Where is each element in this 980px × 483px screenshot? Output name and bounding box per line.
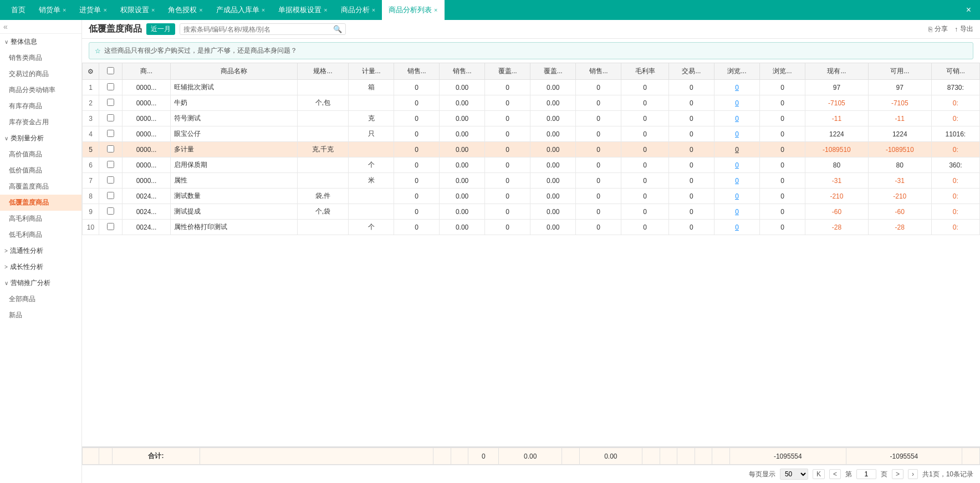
cell-view1[interactable]: 0 [714, 95, 759, 111]
sidebar-item-low-margin[interactable]: 低毛利商品 [0, 227, 81, 243]
sidebar-item-low-value[interactable]: 低价值商品 [0, 162, 81, 179]
cell-checkbox[interactable] [99, 173, 122, 189]
cell-view1[interactable]: 0 [714, 173, 759, 189]
first-page-button[interactable]: K [813, 469, 825, 479]
nav-close-product-analysis[interactable]: × [372, 7, 375, 13]
th-view2[interactable]: 浏览... [759, 63, 805, 80]
sidebar-item-inventory-capital[interactable]: 库存资金占用 [0, 114, 81, 130]
th-sellable[interactable]: 可销... [931, 63, 979, 80]
page-number-input[interactable] [856, 469, 876, 479]
row-checkbox[interactable] [107, 130, 114, 137]
row-checkbox[interactable] [107, 223, 114, 230]
nav-item-finished-goods[interactable]: 产成品入库单 × [210, 0, 272, 20]
th-gross-margin[interactable]: 毛利率 [621, 63, 669, 80]
nav-item-purchase[interactable]: 进货单 × [73, 0, 113, 20]
sidebar-item-low-coverage[interactable]: 低覆盖度商品 [0, 195, 81, 211]
th-settings[interactable]: ⚙ [83, 63, 99, 80]
page-size-select[interactable]: 50 20 100 [780, 469, 808, 480]
sidebar-item-sales-goods[interactable]: 销售类商品 [0, 50, 81, 66]
row-checkbox[interactable] [107, 161, 114, 168]
prev-page-button[interactable]: < [829, 469, 841, 479]
cell-spec [297, 126, 348, 142]
sidebar-item-high-value[interactable]: 高价值商品 [0, 146, 81, 162]
cell-checkbox[interactable] [99, 95, 122, 111]
share-button[interactable]: ⎘ 分享 [928, 24, 948, 34]
th-sales3[interactable]: 销售... [576, 63, 621, 80]
sidebar-item-new-goods[interactable]: 新品 [0, 307, 81, 323]
sidebar-item-traded-goods[interactable]: 交易过的商品 [0, 66, 81, 82]
cell-checkbox[interactable] [99, 111, 122, 126]
row-checkbox[interactable] [107, 114, 114, 121]
row-checkbox[interactable] [107, 176, 114, 184]
sidebar-section-growth[interactable]: > 成长性分析 [0, 259, 81, 275]
cell-trade: 0 [668, 204, 714, 220]
cell-sales-qty: 0 [394, 80, 440, 95]
row-checkbox[interactable] [107, 99, 114, 106]
sidebar-section-marketing[interactable]: ∨ 营销推广分析 [0, 275, 81, 291]
select-all-checkbox[interactable] [107, 67, 114, 74]
cell-checkbox[interactable] [99, 220, 122, 235]
nav-close-sales[interactable]: × [63, 7, 66, 13]
last-page-button[interactable]: › [908, 469, 918, 479]
next-page-button[interactable]: > [892, 469, 904, 479]
th-spec[interactable]: 规格... [297, 63, 348, 80]
sidebar-section-overall[interactable]: ∨ 整体信息 [0, 34, 81, 50]
th-sales-amount[interactable]: 销售... [440, 63, 485, 80]
nav-item-template[interactable]: 单据模板设置 × [272, 0, 334, 20]
th-trade[interactable]: 交易... [668, 63, 714, 80]
nav-close-roles[interactable]: × [199, 7, 202, 13]
cell-checkbox[interactable] [99, 189, 122, 204]
th-name[interactable]: 商品名称 [171, 63, 298, 80]
cell-view1[interactable]: 0 [714, 80, 759, 95]
sidebar-section-category[interactable]: ∨ 类别量分析 [0, 130, 81, 146]
period-button[interactable]: 近一月 [146, 23, 175, 35]
nav-item-product-analysis[interactable]: 商品分析 × [334, 0, 382, 20]
window-close-button[interactable]: × [962, 5, 976, 15]
th-view1[interactable]: 浏览... [714, 63, 759, 80]
cell-view1[interactable]: 0 [714, 220, 759, 235]
nav-item-permissions[interactable]: 权限设置 × [114, 0, 161, 20]
cell-checkbox[interactable] [99, 126, 122, 142]
th-unit[interactable]: 计量... [349, 63, 394, 80]
nav-close-purchase[interactable]: × [103, 7, 106, 13]
cell-view1[interactable]: 0 [714, 126, 759, 142]
sidebar-item-category-turnover[interactable]: 商品分类动销率 [0, 82, 81, 98]
th-cover1[interactable]: 覆盖... [485, 63, 530, 80]
export-button[interactable]: ↑ 导出 [955, 24, 973, 34]
nav-item-roles[interactable]: 角色授权 × [161, 0, 209, 20]
nav-item-product-analysis-list[interactable]: 商品分析列表 × [382, 0, 444, 20]
search-input[interactable] [183, 26, 333, 33]
cell-view1[interactable]: 0 [714, 111, 759, 126]
cell-view1[interactable]: 0 [714, 142, 759, 157]
row-checkbox[interactable] [107, 192, 114, 199]
sidebar-item-high-coverage[interactable]: 高覆盖度商品 [0, 179, 81, 195]
sidebar-item-stocked-goods[interactable]: 有库存商品 [0, 98, 81, 114]
row-checkbox[interactable] [107, 207, 114, 215]
nav-item-sales[interactable]: 销货单 × [32, 0, 73, 20]
nav-close-template[interactable]: × [324, 7, 327, 13]
sidebar-item-high-margin[interactable]: 高毛利商品 [0, 211, 81, 227]
th-code[interactable]: 商... [122, 63, 170, 80]
cell-view1[interactable]: 0 [714, 204, 759, 220]
cell-view1[interactable]: 0 [714, 189, 759, 204]
data-table-wrapper[interactable]: ⚙ 商... 商品名称 规格... 计量... 销售... 销售... 覆盖..… [82, 63, 980, 446]
cell-view1[interactable]: 0 [714, 157, 759, 173]
th-sales-qty[interactable]: 销售... [394, 63, 440, 80]
nav-close-permissions[interactable]: × [151, 7, 155, 13]
th-available-stock[interactable]: 可用... [868, 63, 931, 80]
nav-close-finished[interactable]: × [262, 7, 265, 13]
th-current-stock[interactable]: 现有... [805, 63, 869, 80]
sidebar-section-liquidity[interactable]: > 流通性分析 [0, 243, 81, 259]
cell-checkbox[interactable] [99, 80, 122, 95]
nav-close-product-analysis-list[interactable]: × [434, 7, 437, 13]
row-checkbox[interactable] [107, 83, 114, 90]
th-cover2[interactable]: 覆盖... [530, 63, 576, 80]
th-checkbox[interactable] [99, 63, 122, 80]
cell-checkbox[interactable] [99, 142, 122, 157]
nav-item-home[interactable]: 首页 [4, 0, 32, 20]
sidebar-toggle[interactable]: « [3, 22, 8, 31]
row-checkbox[interactable] [107, 145, 114, 152]
cell-checkbox[interactable] [99, 204, 122, 220]
cell-checkbox[interactable] [99, 157, 122, 173]
sidebar-item-all-goods[interactable]: 全部商品 [0, 291, 81, 307]
